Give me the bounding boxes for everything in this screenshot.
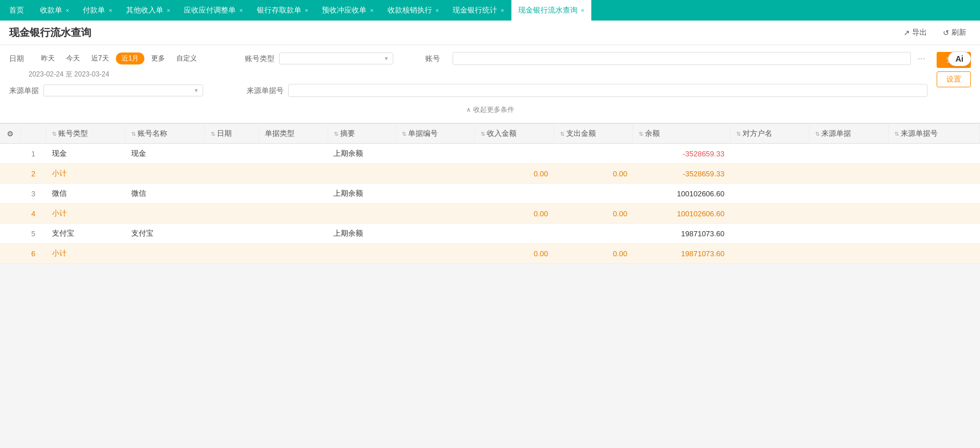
table-row[interactable]: 1 现金 现金 上期余额 -3528659.33: [0, 144, 980, 164]
td-doc-num: [396, 164, 475, 184]
th-gear[interactable]: ⚙: [0, 124, 21, 144]
date-opt-7days[interactable]: 近7天: [87, 53, 114, 64]
nav-tab-label: 预收冲应收单: [322, 5, 366, 15]
td-account-name: 微信: [126, 184, 205, 204]
nav-tab-collection[interactable]: 收款核销执行 ×: [381, 0, 446, 21]
td-summary: [328, 244, 396, 264]
td-doc-type: [259, 184, 328, 204]
collapse-bar[interactable]: ∧ 收起更多条件: [9, 102, 971, 116]
nav-tab-prepaid[interactable]: 预收冲应收单 ×: [315, 0, 380, 21]
close-icon[interactable]: ×: [370, 7, 373, 14]
date-opt-yesterday[interactable]: 昨天: [37, 53, 59, 64]
td-counterparty: [730, 204, 809, 224]
td-source-doc-num: [888, 204, 979, 224]
td-doc-type: [259, 204, 328, 224]
account-input[interactable]: [453, 52, 910, 65]
export-button[interactable]: ↗ 导出: [899, 25, 931, 40]
td-source-doc: [809, 144, 889, 164]
filter-row-1: 日期 昨天 今天 近7天 近1月 更多 自定义 账号类型 ▾ 账号: [9, 52, 927, 65]
table-container: ⚙ ⇅账号类型 ⇅账号名称 ⇅日期 单据类型 ⇅摘要 ⇅单据编号 ⇅收入金额 ⇅…: [0, 123, 980, 264]
filter-row-2: 来源单据 ▾ 来源单据号: [9, 84, 927, 97]
source-doc-num-text-input[interactable]: [293, 86, 922, 95]
th-doc-type: 单据类型: [259, 124, 328, 144]
close-icon[interactable]: ×: [305, 7, 308, 14]
td-source-doc: [809, 164, 889, 184]
th-counterparty[interactable]: ⇅对方户名: [730, 124, 809, 144]
th-summary[interactable]: ⇅摘要: [328, 124, 396, 144]
td-account-type: 现金: [46, 144, 126, 164]
td-doc-num: [396, 144, 475, 164]
td-date: [204, 184, 259, 204]
table-row[interactable]: 3 微信 微信 上期余额 100102606.60: [0, 184, 980, 204]
td-date: [204, 144, 259, 164]
nav-tab-other-income[interactable]: 其他收入单 ×: [119, 0, 177, 21]
export-icon: ↗: [904, 29, 910, 37]
nav-home[interactable]: 首页: [0, 0, 33, 21]
nav-tab-flow-query[interactable]: 现金银行流水查询 ×: [511, 0, 591, 21]
td-num: 4: [21, 204, 46, 224]
td-source-doc: [809, 184, 889, 204]
settings-button[interactable]: 设置: [937, 71, 971, 87]
th-doc-num[interactable]: ⇅单据编号: [396, 124, 475, 144]
nav-tab-receipt[interactable]: 收款单 ×: [33, 0, 76, 21]
source-doc-num-input[interactable]: [288, 84, 927, 97]
td-summary: 上期余额: [328, 184, 396, 204]
th-date[interactable]: ⇅日期: [204, 124, 259, 144]
td-account-type: 小计: [46, 244, 126, 264]
th-expense[interactable]: ⇅支出金额: [554, 124, 633, 144]
nav-tab-payment[interactable]: 付款单 ×: [76, 0, 119, 21]
nav-tab-label: 其他收入单: [126, 5, 163, 15]
date-opt-1month[interactable]: 近1月: [116, 53, 145, 64]
table-row[interactable]: 5 支付宝 支付宝 上期余额 19871073.60: [0, 224, 980, 244]
page-header: 现金银行流水查询 ↗ 导出 ↺ 刷新: [0, 21, 980, 45]
table-row[interactable]: 2 小计 0.00 0.00 -3528659.33: [0, 164, 980, 184]
refresh-button[interactable]: ↺ 刷新: [938, 25, 971, 40]
close-icon[interactable]: ×: [239, 7, 243, 14]
source-doc-num-label: 来源单据号: [247, 86, 284, 96]
close-icon[interactable]: ×: [108, 7, 112, 14]
td-doc-num: [396, 244, 475, 264]
close-icon[interactable]: ×: [66, 7, 69, 14]
td-num: 3: [21, 184, 46, 204]
td-account-name: [126, 164, 205, 184]
td-gear: [0, 184, 21, 204]
table-row[interactable]: 4 小计 0.00 0.00 100102606.60: [0, 204, 980, 224]
source-doc-select[interactable]: ▾: [43, 84, 203, 96]
td-gear: [0, 244, 21, 264]
td-account-name: [126, 244, 205, 264]
td-gear: [0, 164, 21, 184]
th-account-type[interactable]: ⇅账号类型: [46, 124, 126, 144]
th-account-name[interactable]: ⇅账号名称: [126, 124, 205, 144]
td-income: [475, 184, 554, 204]
th-source-doc-num[interactable]: ⇅来源单据号: [888, 124, 979, 144]
nav-tab-adjustment[interactable]: 应收应付调整单 ×: [177, 0, 249, 21]
td-account-name: 现金: [126, 144, 205, 164]
th-num: [21, 124, 46, 144]
date-label: 日期: [9, 54, 32, 64]
td-income: [475, 224, 554, 244]
table-row[interactable]: 6 小计 0.00 0.00 19871073.60: [0, 244, 980, 264]
close-icon[interactable]: ×: [581, 7, 584, 14]
td-doc-type: [259, 224, 328, 244]
date-opt-custom[interactable]: 自定义: [172, 53, 201, 64]
chevron-up-icon: ∧: [466, 106, 471, 114]
td-expense: 0.00: [554, 204, 633, 224]
date-opt-more[interactable]: 更多: [147, 53, 170, 64]
nav-tab-label: 现金银行流水查询: [518, 5, 578, 15]
th-income[interactable]: ⇅收入金额: [475, 124, 554, 144]
th-source-doc[interactable]: ⇅来源单据: [809, 124, 889, 144]
more-options-icon[interactable]: ···: [916, 54, 927, 64]
td-account-type: 小计: [46, 164, 126, 184]
date-opt-today[interactable]: 今天: [62, 53, 84, 64]
ai-badge[interactable]: Ai: [948, 51, 971, 66]
chevron-down-icon-2: ▾: [195, 87, 198, 94]
close-icon[interactable]: ×: [167, 7, 170, 14]
account-type-select[interactable]: ▾: [279, 53, 393, 64]
nav-tab-stats[interactable]: 现金银行统计 ×: [446, 0, 511, 21]
close-icon[interactable]: ×: [435, 7, 439, 14]
close-icon[interactable]: ×: [501, 7, 504, 14]
account-text-input[interactable]: [458, 54, 905, 63]
th-balance[interactable]: ⇅余额: [633, 124, 730, 144]
nav-tab-bank-deposit[interactable]: 银行存取款单 ×: [250, 0, 315, 21]
td-source-doc: [809, 224, 889, 244]
